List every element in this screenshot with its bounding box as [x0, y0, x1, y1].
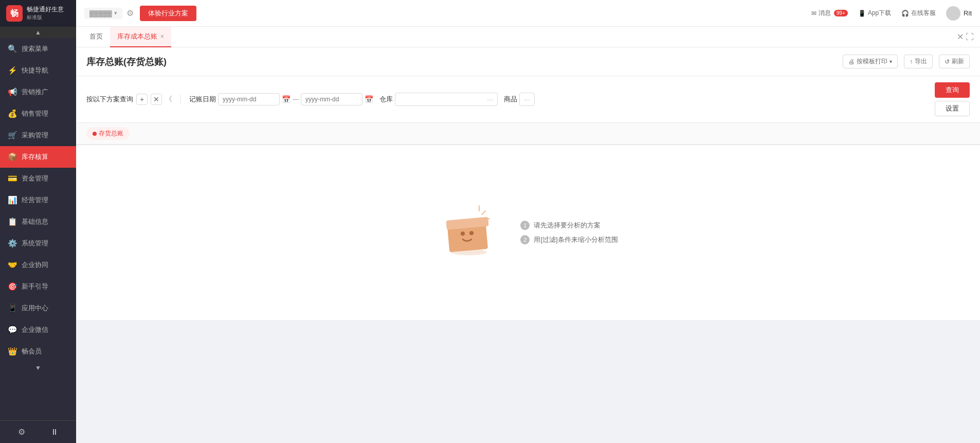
operation-icon: 📊: [7, 195, 17, 205]
calendar-start-icon[interactable]: 📅: [282, 95, 291, 103]
filter-area: 按以下方案查询 + ✕ 《 记账日期 📅 — 📅 仓库: [76, 76, 980, 123]
enterprise-label: 企业协同: [22, 260, 48, 270]
filter-scheme-label: 按以下方案查询: [86, 95, 133, 104]
quicknav-label: 快捷导航: [22, 66, 48, 75]
topbar-left: ▓▓▓▓▓ ▾ ⚙ 体验行业方案: [84, 6, 811, 21]
sub-filter: 存货总账: [76, 123, 980, 145]
sidebar-item-wechat[interactable]: 💬企业微信: [0, 319, 76, 341]
sidebar-item-quicknav[interactable]: ⚡快捷导航: [0, 60, 76, 81]
sidebar-item-basic[interactable]: 📋基础信息: [0, 211, 76, 233]
page-title: 库存总账(存货总账): [86, 56, 167, 75]
date-filter-field: 记账日期 📅 — 📅: [189, 93, 373, 105]
sidebar-item-capital[interactable]: 💳资金管理: [0, 168, 76, 189]
wechat-icon: 💬: [7, 325, 17, 335]
svg-point-4: [469, 231, 474, 235]
tab-expand-icon[interactable]: ⛶: [966, 32, 974, 42]
sidebar-item-system[interactable]: ⚙️系统管理: [0, 233, 76, 254]
sidebar-item-search[interactable]: 🔍搜索菜单: [0, 38, 76, 60]
print-button[interactable]: 🖨 按模板打印 ▾: [843, 55, 898, 68]
system-icon: ⚙️: [7, 238, 17, 249]
collapse-icon[interactable]: ⏸: [50, 428, 59, 437]
sub-filter-dot: [93, 132, 97, 136]
topbar-chevron-icon: ▾: [114, 10, 117, 16]
topbar-app-download[interactable]: 📱 App下载: [858, 9, 891, 17]
enterprise-icon: 🤝: [7, 260, 17, 270]
topbar-online-service[interactable]: 🎧 在线客服: [901, 9, 936, 17]
settings-icon[interactable]: ⚙: [18, 427, 25, 437]
topbar-user-area[interactable]: ▓▓▓▓▓ ▾: [84, 8, 122, 19]
trial-button[interactable]: 体验行业方案: [140, 6, 196, 21]
message-label: 消息: [819, 9, 831, 17]
empty-tip-1: 1 请先选择要分析的方案: [520, 221, 618, 230]
tab-inventory-ledger[interactable]: 库存成本总账 ×: [110, 27, 171, 47]
newguide-icon: 🎯: [7, 281, 17, 292]
date-separator: —: [293, 96, 299, 103]
sidebar-item-newguide[interactable]: 🎯新手引导: [0, 276, 76, 297]
sub-filter-label: 存货总账: [99, 129, 123, 138]
query-button[interactable]: 查询: [935, 82, 970, 98]
member-icon: 👑: [7, 346, 17, 357]
sidebar-item-member[interactable]: 👑畅会员: [0, 341, 76, 362]
quicknav-icon: ⚡: [7, 65, 17, 76]
inventory-icon: 📦: [7, 152, 17, 162]
empty-svg: [438, 197, 500, 258]
refresh-icon: ↺: [945, 58, 950, 65]
warehouse-select[interactable]: ···: [395, 93, 498, 106]
page-actions: 🖨 按模板打印 ▾ ↑ 导出 ↺ 刷新: [843, 55, 970, 76]
filter-settings-button[interactable]: 设置: [935, 101, 970, 116]
sidebar-scroll-down[interactable]: ▼: [0, 362, 76, 374]
date-end-input[interactable]: [301, 93, 362, 105]
appcenter-icon: 📱: [7, 303, 17, 313]
user-display-name: Rit: [964, 9, 972, 17]
filter-collapse-icon[interactable]: 《: [165, 95, 172, 104]
empty-tip-2: 2 用[过滤]条件来缩小分析范围: [520, 235, 618, 244]
sub-filter-item[interactable]: 存货总账: [86, 127, 130, 140]
goods-more-icon[interactable]: ···: [524, 95, 530, 103]
tip-text-1: 请先选择要分析的方案: [534, 221, 601, 230]
tab-close-main-icon[interactable]: ✕: [957, 32, 964, 42]
app-logo: 畅 畅捷通好生意 标准版: [0, 0, 76, 27]
svg-point-3: [461, 232, 465, 236]
filter-action-btns: 查询 设置: [935, 82, 970, 116]
logo-text-area: 畅捷通好生意 标准版: [27, 6, 64, 21]
newguide-label: 新手引导: [22, 282, 48, 291]
tab-home[interactable]: 首页: [82, 27, 110, 47]
marketing-icon: 📢: [7, 87, 17, 97]
tab-close-icon[interactable]: ×: [160, 33, 164, 40]
add-scheme-button[interactable]: +: [136, 94, 148, 105]
app-sub: 标准版: [27, 14, 64, 21]
del-scheme-button[interactable]: ✕: [151, 94, 162, 105]
empty-state: 1 请先选择要分析的方案 2 用[过滤]条件来缩小分析范围: [76, 145, 980, 320]
sidebar-item-purchase[interactable]: 🛒采购管理: [0, 125, 76, 146]
sidebar-item-marketing[interactable]: 📢营销推广: [0, 81, 76, 103]
calendar-end-icon[interactable]: 📅: [365, 95, 373, 103]
date-start-input[interactable]: [218, 93, 280, 105]
sidebar-item-sales[interactable]: 💰销售管理: [0, 103, 76, 125]
sidebar-nav: ▲ 🔍搜索菜单⚡快捷导航📢营销推广💰销售管理🛒采购管理📦库存核算💳资金管理📊经营…: [0, 27, 76, 420]
sidebar-item-inventory[interactable]: 📦库存核算: [0, 146, 76, 168]
app-name: 畅捷通好生意: [27, 6, 64, 14]
export-button[interactable]: ↑ 导出: [904, 55, 933, 68]
search-icon: 🔍: [7, 44, 17, 54]
sidebar-item-appcenter[interactable]: 📱应用中心: [0, 297, 76, 319]
goods-select[interactable]: ···: [519, 93, 535, 106]
tabs-bar: 首页 库存成本总账 × ✕ ⛶: [76, 27, 980, 47]
empty-illustration: [438, 197, 500, 258]
sidebar-scroll-up[interactable]: ▲: [0, 27, 76, 38]
sidebar-item-operation[interactable]: 📊经营管理: [0, 189, 76, 211]
filter-container: 按以下方案查询 + ✕ 《 记账日期 📅 — 📅 仓库: [76, 76, 980, 145]
topbar-gear-icon[interactable]: ⚙: [126, 8, 134, 18]
refresh-button[interactable]: ↺ 刷新: [939, 55, 970, 68]
topbar-user-profile[interactable]: Rit: [946, 6, 972, 21]
sidebar-item-enterprise[interactable]: 🤝企业协同: [0, 254, 76, 276]
message-badge: 99+: [834, 10, 848, 16]
tip-num-2: 2: [520, 235, 530, 244]
page-header: 库存总账(存货总账) 🖨 按模板打印 ▾ ↑ 导出 ↺ 刷新: [76, 47, 980, 76]
sidebar: 畅 畅捷通好生意 标准版 ▲ 🔍搜索菜单⚡快捷导航📢营销推广💰销售管理🛒采购管理…: [0, 0, 76, 443]
topbar-message[interactable]: ✉ 消息 99+: [811, 9, 848, 17]
svg-line-5: [482, 211, 485, 215]
basic-icon: 📋: [7, 217, 17, 227]
warehouse-more-icon[interactable]: ···: [487, 95, 493, 103]
topbar-right: ✉ 消息 99+ 📱 App下载 🎧 在线客服 Rit: [811, 6, 972, 21]
goods-filter-label: 商品: [504, 95, 517, 104]
